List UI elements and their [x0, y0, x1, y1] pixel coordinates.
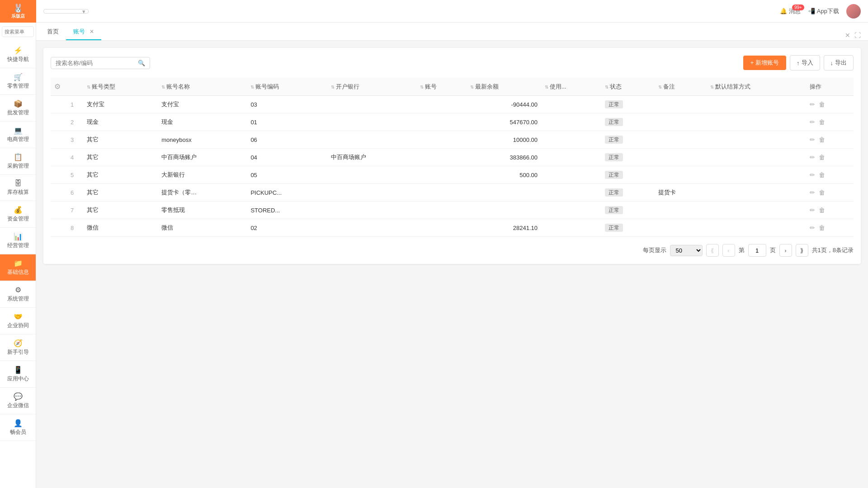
- add-account-button[interactable]: + 新增账号: [743, 56, 786, 70]
- guide-icon: 🧭: [2, 339, 34, 347]
- page-input[interactable]: [748, 244, 766, 257]
- row-status: 正常: [601, 149, 654, 166]
- row-num: 7: [67, 202, 83, 219]
- col-balance[interactable]: 最新余额: [467, 78, 541, 96]
- edit-icon[interactable]: ✏: [810, 171, 815, 178]
- messages-badge: 99+: [792, 5, 804, 10]
- table-settings-icon[interactable]: ⚙: [54, 83, 61, 90]
- col-account[interactable]: 账号: [416, 78, 467, 96]
- sidebar-item-search[interactable]: [0, 23, 36, 42]
- col-code[interactable]: 账号编码: [247, 78, 327, 96]
- export-button[interactable]: ↓ 导出: [824, 55, 854, 70]
- sidebar-item-appcenter[interactable]: 📱 应用中心: [0, 361, 36, 388]
- col-settle[interactable]: 默认结算方式: [707, 78, 806, 96]
- basic-icon: 📁: [2, 259, 34, 267]
- row-status: 正常: [601, 184, 654, 202]
- edit-icon[interactable]: ✏: [810, 224, 815, 231]
- sidebar-item-finance[interactable]: 💰 资金管理: [0, 201, 36, 228]
- edit-icon[interactable]: ✏: [810, 136, 815, 143]
- delete-icon[interactable]: 🗑: [819, 101, 825, 108]
- row-num: 4: [67, 149, 83, 166]
- row-code: 06: [247, 131, 327, 149]
- sidebar-item-inventory[interactable]: 🗄 库存核算: [0, 175, 36, 201]
- next-page-button[interactable]: ›: [779, 244, 792, 257]
- row-actions: ✏ 🗑: [806, 184, 854, 202]
- sidebar-item-quicknav[interactable]: ⚡ 快捷导航: [0, 42, 36, 68]
- edit-icon[interactable]: ✏: [810, 189, 815, 196]
- row-account: [416, 149, 467, 166]
- row-account: [416, 113, 467, 131]
- edit-icon[interactable]: ✏: [810, 206, 815, 214]
- delete-icon[interactable]: 🗑: [819, 224, 825, 231]
- col-settings: ⚙: [51, 78, 67, 96]
- tab-close-icon[interactable]: ✕: [90, 28, 94, 35]
- row-actions: ✏ 🗑: [806, 166, 854, 184]
- row-num: 5: [67, 166, 83, 184]
- tab-account[interactable]: 账号 ✕: [66, 24, 101, 40]
- row-settings-cell: [51, 96, 67, 113]
- row-account: [416, 96, 467, 113]
- prev-page-button[interactable]: ‹: [722, 244, 735, 257]
- last-page-button[interactable]: ⟫: [796, 244, 808, 257]
- delete-icon[interactable]: 🗑: [819, 136, 825, 143]
- sidebar-item-purchase[interactable]: 📋 采购管理: [0, 148, 36, 175]
- sidebar-item-operations[interactable]: 📊 经营管理: [0, 228, 36, 254]
- row-settings-cell: [51, 219, 67, 237]
- row-balance: 547670.00: [467, 113, 541, 131]
- edit-icon[interactable]: ✏: [810, 101, 815, 108]
- app-download-button[interactable]: 📲 App下载: [808, 7, 839, 15]
- sidebar-item-wechat[interactable]: 💬 企业微信: [0, 388, 36, 414]
- table-row: 3 其它 moneybosx 06 10000.00 正常 ✏ 🗑: [51, 131, 854, 149]
- col-status[interactable]: 状态: [601, 78, 654, 96]
- edit-icon[interactable]: ✏: [810, 154, 815, 161]
- col-remark[interactable]: 备注: [655, 78, 707, 96]
- delete-icon[interactable]: 🗑: [819, 118, 825, 126]
- first-page-button[interactable]: ⟪: [706, 244, 719, 257]
- delete-icon[interactable]: 🗑: [819, 154, 825, 161]
- sidebar-item-wholesale[interactable]: 📦 批发管理: [0, 95, 36, 122]
- tab-home[interactable]: 首页: [40, 24, 66, 40]
- col-usage[interactable]: 使用...: [541, 78, 601, 96]
- row-settle: [707, 96, 806, 113]
- col-bank[interactable]: 开户银行: [327, 78, 416, 96]
- delete-icon[interactable]: 🗑: [819, 189, 825, 196]
- sidebar-item-corporate[interactable]: 🤝 企业协同: [0, 308, 36, 334]
- app-logo: 🐰 乐版店: [0, 0, 36, 23]
- search-box[interactable]: 🔍: [51, 57, 150, 69]
- page-size-select[interactable]: 50 100 200: [670, 245, 703, 256]
- row-name: 现金: [158, 113, 247, 131]
- sidebar-item-basic[interactable]: 📁 基础信息: [0, 254, 36, 281]
- row-remark: [655, 96, 707, 113]
- maximize-window-button[interactable]: ⛶: [853, 30, 863, 40]
- page-label: 第: [739, 246, 745, 254]
- sidebar-item-system[interactable]: ⚙ 系统管理: [0, 281, 36, 308]
- user-avatar[interactable]: [846, 4, 861, 19]
- close-window-button[interactable]: ✕: [843, 30, 853, 40]
- col-action: 操作: [806, 78, 854, 96]
- row-type: 其它: [83, 149, 158, 166]
- edit-icon[interactable]: ✏: [810, 118, 815, 126]
- company-dropdown[interactable]: ▾: [43, 9, 89, 14]
- search-input[interactable]: [56, 60, 136, 66]
- retail-icon: 🛒: [2, 73, 34, 81]
- search-icon[interactable]: 🔍: [138, 60, 145, 66]
- sidebar-item-retail[interactable]: 🛒 零售管理: [0, 68, 36, 95]
- row-settle: [707, 219, 806, 237]
- messages-button[interactable]: 🔔 消息 99+: [780, 7, 801, 15]
- sidebar-item-operations-label: 经营管理: [7, 242, 29, 249]
- sidebar-search-input[interactable]: [5, 29, 32, 34]
- row-type: 支付宝: [83, 96, 158, 113]
- col-name[interactable]: 账号名称: [158, 78, 247, 96]
- sidebar-item-corporate-label: 企业协同: [7, 322, 29, 328]
- delete-icon[interactable]: 🗑: [819, 171, 825, 178]
- sidebar-item-inventory-label: 库存核算: [7, 189, 29, 195]
- sidebar-item-ecommerce[interactable]: 💻 电商管理: [0, 122, 36, 148]
- row-code: 03: [247, 96, 327, 113]
- sidebar-item-guide[interactable]: 🧭 新手引导: [0, 334, 36, 361]
- delete-icon[interactable]: 🗑: [819, 206, 825, 214]
- wholesale-icon: 📦: [2, 99, 34, 108]
- row-name: 大新银行: [158, 166, 247, 184]
- import-button[interactable]: ↑ 导入: [790, 55, 820, 70]
- col-type[interactable]: 账号类型: [83, 78, 158, 96]
- sidebar-item-member[interactable]: 👤 畅会员: [0, 414, 36, 441]
